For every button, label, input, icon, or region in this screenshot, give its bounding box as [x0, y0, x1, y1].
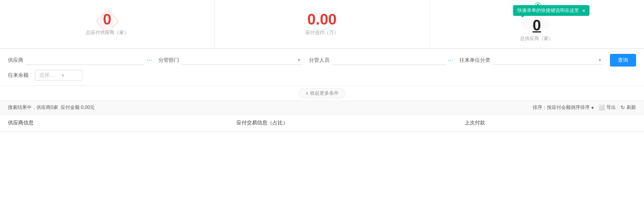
col-header-lastpay: 上次付款: [465, 119, 636, 126]
filter-row-2: 往来余额 选择... ▾: [8, 70, 636, 81]
unit-category-select[interactable]: ▾: [493, 56, 604, 65]
amount-label: 往来余额: [8, 72, 29, 79]
filter-unit-category: 往来单位分类 ▾: [459, 56, 604, 65]
refresh-icon: ↻: [621, 105, 625, 111]
stat-number-total: 0.00: [305, 12, 339, 27]
refresh-button[interactable]: ↻ 刷新: [621, 104, 636, 111]
query-button[interactable]: 查询: [610, 54, 636, 67]
stat-total-payable-suppliers: 0 总应付供应商（家）: [0, 0, 215, 48]
stat-label-suppliers: 总供应商（家）: [520, 35, 553, 42]
result-amount-summary: 应付金额 0.00元: [61, 104, 95, 111]
sort-arrow-icon: ▾: [591, 105, 594, 111]
result-bar: 搜索结果中，供应商0家 应付金额 0.00元 排序：按应付会额倒序排序 ▾ ⬜ …: [0, 101, 644, 114]
department-arrow: ▾: [298, 57, 300, 63]
export-icon: ⬜: [598, 105, 605, 111]
department-label: 分管部门: [158, 57, 179, 64]
filter-area: 供应商 ··· 分管部门 ▾ 分管人员 ··· 往来单位分类 ▾: [0, 49, 644, 86]
filter-row-1: 供应商 ··· 分管部门 ▾ 分管人员 ··· 往来单位分类 ▾: [8, 54, 636, 67]
collapse-bar: ∧ 收起更多条件: [0, 86, 644, 101]
amount-placeholder: 选择...: [39, 72, 54, 79]
table-header: 供应商信息 应付交易信息（占比） 上次付款: [0, 114, 644, 132]
col-header-supplier: 供应商信息: [8, 119, 236, 126]
result-left: 搜索结果中，供应商0家 应付金额 0.00元: [8, 104, 95, 111]
result-summary: 搜索结果中，供应商0家: [8, 104, 58, 111]
tooltip-text: 快速录单的快捷键说明在这里: [517, 7, 579, 14]
supplier-input[interactable]: [26, 55, 145, 65]
top-stats-panel: 0 总应付供应商（家） 0.00 应付合计（万） 快速录单的快捷键说明在这里: [0, 0, 644, 49]
supplier-dots[interactable]: ···: [147, 57, 152, 64]
stat-content-2: 0.00 应付合计（万）: [305, 12, 339, 36]
stat-total-suppliers: 快速录单的快捷键说明在这里 × 0 总供应商（家）: [430, 0, 644, 48]
stat-label-payable: 总应付供应商（家）: [86, 29, 129, 36]
stat-content-1: 0 总应付供应商（家）: [86, 12, 129, 36]
result-right: 排序：按应付会额倒序排序 ▾ ⬜ 导出 ↻ 刷新: [533, 104, 636, 111]
collapse-button[interactable]: ∧ 收起更多条件: [299, 88, 345, 98]
table-body: [0, 132, 644, 204]
filter-manager: 分管人员 ···: [309, 55, 453, 65]
unit-category-label: 往来单位分类: [459, 57, 490, 64]
manager-label: 分管人员: [309, 57, 330, 64]
tooltip-close-button[interactable]: ×: [582, 8, 585, 13]
sort-select[interactable]: 排序：按应付会额倒序排序 ▾: [533, 104, 594, 111]
filter-department: 分管部门 ▾: [158, 56, 303, 65]
stat-payable-total: 0.00 应付合计（万）: [215, 0, 429, 48]
manager-input[interactable]: [332, 55, 446, 65]
sort-label: 排序：按应付会额倒序排序: [533, 104, 590, 111]
department-select[interactable]: ▾: [181, 56, 303, 65]
stat-number-payable: 0: [86, 12, 129, 27]
stat-number-suppliers: 0: [520, 18, 553, 33]
amount-select[interactable]: 选择... ▾: [35, 70, 82, 81]
manager-dots[interactable]: ···: [448, 57, 453, 64]
unit-category-arrow: ▾: [599, 57, 601, 63]
stat-label-total: 应付合计（万）: [305, 29, 339, 36]
amount-arrow: ▾: [62, 73, 64, 78]
tooltip-bubble: 快速录单的快捷键说明在这里 ×: [513, 5, 589, 16]
collapse-label: 收起更多条件: [310, 90, 339, 97]
stat-content-3: 0 总供应商（家）: [520, 18, 553, 42]
filter-supplier: 供应商 ···: [8, 55, 152, 65]
export-button[interactable]: ⬜ 导出: [598, 104, 616, 111]
collapse-up-icon: ∧: [305, 91, 309, 96]
export-label: 导出: [606, 104, 616, 111]
refresh-label: 刷新: [627, 104, 636, 111]
col-header-transaction: 应付交易信息（占比）: [236, 119, 465, 126]
supplier-label: 供应商: [8, 57, 23, 64]
